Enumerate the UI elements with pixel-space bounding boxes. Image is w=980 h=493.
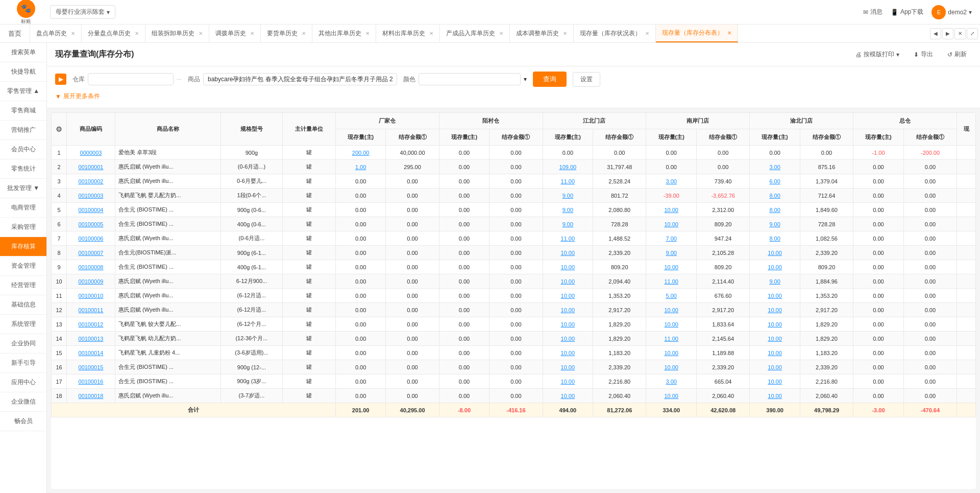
cell[interactable]: 10.00 — [543, 346, 593, 360]
cell[interactable]: 00100009 — [67, 274, 115, 289]
tab-cailiao[interactable]: 材料出库单历史 ✕ — [376, 25, 440, 42]
cell[interactable]: 0.00 — [439, 146, 489, 160]
user-menu[interactable]: E demo2 ▾ — [932, 5, 972, 19]
cell[interactable]: 0.00 — [335, 260, 386, 274]
sidebar-item-wechat[interactable]: 企业微信 — [0, 392, 46, 412]
cell[interactable]: 0.00 — [853, 189, 904, 203]
color-input[interactable] — [419, 73, 521, 85]
cell[interactable]: 0.00 — [439, 260, 489, 274]
cell[interactable]: 10.00 — [750, 260, 800, 274]
cell[interactable]: 0.00 — [335, 389, 386, 403]
cell[interactable]: 10.00 — [543, 389, 593, 403]
cell[interactable]: 0.00 — [335, 174, 386, 189]
tab-pandian[interactable]: 盘点单历史 ✕ — [30, 25, 82, 42]
tab-close-cailiao[interactable]: ✕ — [429, 31, 433, 36]
sidebar-item-purchase[interactable]: 采购管理 — [0, 218, 46, 237]
cell[interactable]: 11.00 — [646, 274, 697, 289]
cell[interactable]: 0.00 — [646, 146, 697, 160]
cell[interactable]: 3.00 — [750, 160, 800, 174]
cell[interactable]: 0.00 — [853, 217, 904, 231]
cell[interactable]: 8.00 — [750, 231, 800, 246]
cell[interactable]: 0.00 — [750, 146, 800, 160]
cell[interactable]: 0.00 — [439, 217, 489, 231]
tab-close-xiancun-fenbu[interactable]: ✕ — [727, 30, 731, 36]
cell[interactable]: 200.00 — [335, 146, 386, 160]
tab-diaopo[interactable]: 调拨单历史 ✕ — [209, 25, 261, 42]
cell[interactable]: 0.00 — [335, 374, 386, 389]
cell[interactable]: 0.00 — [439, 317, 489, 332]
cell[interactable]: 00100002 — [67, 174, 115, 189]
cell[interactable]: 0.00 — [335, 231, 386, 246]
cell[interactable]: 9.00 — [646, 246, 697, 260]
cell[interactable]: 0.00 — [853, 389, 904, 403]
cell[interactable]: 0.00 — [853, 231, 904, 246]
product-input[interactable] — [203, 73, 397, 85]
tab-fenpandian[interactable]: 分量盘点单历史 ✕ — [82, 25, 145, 42]
sidebar-item-member[interactable]: 会员中心 — [0, 140, 46, 159]
cell[interactable]: 0.00 — [335, 317, 386, 332]
warehouse-input[interactable] — [88, 73, 174, 85]
cell[interactable]: 0.00 — [853, 260, 904, 274]
cell[interactable]: 0.00 — [335, 346, 386, 360]
cell[interactable]: 0.00 — [335, 217, 386, 231]
message-btn[interactable]: ✉ 消息 — [863, 8, 883, 16]
cell[interactable]: 3.00 — [646, 374, 697, 389]
export-btn[interactable]: ⬇ 导出 — [909, 48, 938, 61]
cell[interactable]: 0.00 — [853, 160, 904, 174]
print-btn[interactable]: 🖨 按模版打印 ▾ — [850, 48, 904, 61]
cell[interactable]: 00100005 — [67, 217, 115, 231]
cell[interactable]: 11.00 — [543, 174, 593, 189]
cell[interactable]: 00100012 — [67, 317, 115, 332]
cell[interactable]: 8.00 — [750, 189, 800, 203]
cell[interactable]: 0.00 — [335, 246, 386, 260]
cell[interactable]: 0.00 — [439, 289, 489, 303]
sidebar-item-marketing[interactable]: 营销推广 — [0, 121, 46, 140]
sidebar-item-newbie[interactable]: 新手引导 — [0, 354, 46, 373]
cell[interactable]: 10.00 — [543, 360, 593, 374]
cell[interactable]: 7.00 — [646, 231, 697, 246]
tab-close-diaopo[interactable]: ✕ — [250, 31, 254, 36]
cell[interactable]: 10.00 — [750, 332, 800, 346]
sidebar-item-inventory[interactable]: 库存核算 — [0, 237, 46, 256]
cell[interactable]: 0.00 — [335, 332, 386, 346]
cell[interactable]: 10.00 — [543, 260, 593, 274]
cell[interactable]: 0.00 — [439, 332, 489, 346]
cell[interactable]: 00100001 — [67, 160, 115, 174]
tab-close-chengben[interactable]: ✕ — [563, 31, 567, 36]
settings-btn[interactable]: 设置 — [573, 72, 600, 87]
cell[interactable]: 0.00 — [543, 146, 593, 160]
cell[interactable]: 0.00 — [439, 189, 489, 203]
cell[interactable]: 10.00 — [750, 303, 800, 317]
sidebar-item-app-center[interactable]: 应用中心 — [0, 373, 46, 392]
cell[interactable]: 10.00 — [750, 389, 800, 403]
cell[interactable]: 00100013 — [67, 332, 115, 346]
sidebar-item-retail-mgmt[interactable]: 零售管理 ▲ — [0, 82, 46, 101]
cell[interactable]: 3.00 — [646, 174, 697, 189]
cell[interactable]: 00100007 — [67, 246, 115, 260]
cell[interactable]: 0.00 — [439, 389, 489, 403]
tab-next-btn[interactable]: ▶ — [942, 28, 953, 39]
cell[interactable]: 00100004 — [67, 203, 115, 217]
cell[interactable]: 0.00 — [335, 303, 386, 317]
cell[interactable]: 0.00 — [853, 332, 904, 346]
filter-toggle-btn[interactable]: ▶ — [55, 74, 66, 85]
tab-close-yaohuo[interactable]: ✕ — [302, 31, 306, 36]
sidebar-item-ecommerce[interactable]: 电商管理 — [0, 198, 46, 218]
sidebar-item-basic-info[interactable]: 基础信息 — [0, 295, 46, 315]
cell[interactable]: 0.00 — [853, 174, 904, 189]
cell[interactable]: 109.00 — [543, 160, 593, 174]
cell[interactable]: 10.00 — [646, 346, 697, 360]
sidebar-item-wholesale-mgmt[interactable]: 批发管理 ▼ — [0, 179, 46, 198]
cell[interactable]: 0.00 — [335, 360, 386, 374]
tab-qitachuku[interactable]: 其他出库单历史 ✕ — [312, 25, 376, 42]
tab-close-zuzhuang[interactable]: ✕ — [199, 31, 203, 36]
cell[interactable]: 0000003 — [67, 146, 115, 160]
tab-prev-btn[interactable]: ◀ — [930, 28, 941, 39]
cell[interactable]: 10.00 — [543, 274, 593, 289]
cell[interactable]: 00100014 — [67, 346, 115, 360]
tab-yaohuo[interactable]: 要货单历史 ✕ — [261, 25, 312, 42]
cell[interactable]: 0.00 — [853, 374, 904, 389]
cell[interactable]: 5.00 — [646, 289, 697, 303]
cell[interactable]: 00100016 — [67, 374, 115, 389]
cell[interactable]: 10.00 — [543, 303, 593, 317]
